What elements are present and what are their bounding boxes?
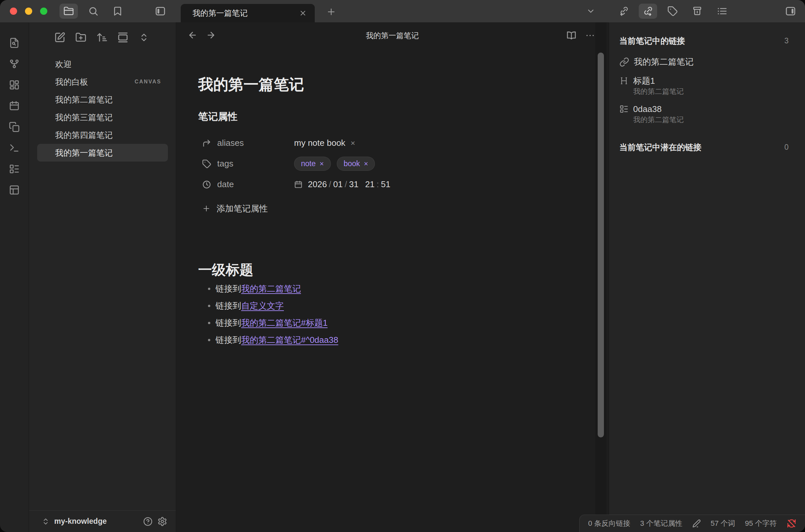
properties-list: aliases my note book × tags note (198, 133, 556, 195)
file-item[interactable]: 我的第四篇笔记 (37, 126, 168, 144)
settings-button[interactable] (157, 517, 167, 527)
outgoing-links-header[interactable]: 当前笔记中的链接 3 (619, 34, 789, 48)
internal-link[interactable]: 自定义文字 (241, 300, 284, 312)
potential-links-header[interactable]: 当前笔记中潜在的链接 0 (619, 140, 789, 154)
file-item[interactable]: 我的第二篇笔记 (37, 91, 168, 108)
date-separator: / (329, 179, 331, 189)
property-key[interactable]: date (198, 179, 294, 189)
files-sidebar-button[interactable] (59, 4, 78, 19)
new-tab-button[interactable] (323, 4, 340, 19)
gallery-vertical-icon (117, 32, 129, 43)
ribbon-daily-note-button[interactable] (4, 95, 25, 116)
toggle-right-sidebar-button[interactable] (781, 4, 800, 19)
card-view-button[interactable] (117, 32, 129, 43)
outline-view-button[interactable] (713, 4, 731, 19)
note-header-title: 我的第一篇笔记 (176, 22, 609, 49)
maximize-window-button[interactable] (40, 7, 47, 15)
more-options-button[interactable] (585, 30, 595, 41)
reading-view-button[interactable] (566, 30, 577, 41)
file-item[interactable]: 我的白板CANVAS (37, 73, 168, 91)
property-value-tags: note × book × (294, 157, 381, 171)
tab-list-button[interactable] (582, 4, 600, 19)
property-row-date: date 2026/01/31 21:51 (198, 174, 556, 195)
close-window-button[interactable] (10, 7, 17, 15)
help-icon (143, 517, 153, 527)
property-value-aliases[interactable]: my note book × (294, 138, 355, 148)
internal-link[interactable]: 我的第二篇笔记#标题1 (241, 317, 327, 329)
minimize-window-button[interactable] (25, 7, 32, 15)
note-content: 我的第一篇笔记 笔记属性 aliases my note book × (176, 49, 609, 349)
folder-plus-icon (75, 32, 87, 43)
terminal-icon (9, 142, 20, 153)
navigate-back-button[interactable] (188, 30, 198, 40)
list-item: 链接到我的第二篇笔记 (198, 281, 556, 298)
properties-count[interactable]: 3 个笔记属性 (640, 518, 682, 528)
tab-note[interactable]: 我的第一篇笔记 (181, 4, 315, 22)
sort-order-button[interactable] (96, 32, 108, 43)
outgoing-links-view-button[interactable] (639, 4, 657, 19)
tab-close-button[interactable] (299, 9, 307, 17)
panel-right-icon (785, 5, 796, 17)
internal-link[interactable]: 我的第二篇笔记 (241, 283, 301, 294)
collapse-expand-button[interactable] (138, 32, 150, 43)
window-controls (10, 0, 47, 22)
file-item[interactable]: 欢迎 (37, 55, 168, 73)
navigate-forward-button[interactable] (206, 30, 216, 40)
new-note-button[interactable] (54, 32, 65, 43)
time-separator: : (377, 179, 379, 189)
property-value-date[interactable]: 2026/01/31 21:51 (294, 179, 390, 189)
ribbon (0, 22, 29, 532)
outgoing-link-item[interactable]: 0daa38 我的第二篇笔记 (619, 102, 789, 124)
bookmarks-button[interactable] (108, 4, 127, 19)
ribbon-quick-switcher-button[interactable] (4, 32, 25, 53)
backlinks-view-button[interactable] (614, 4, 633, 19)
file-item-label: 我的第二篇笔记 (55, 94, 113, 105)
ribbon-canvas-button[interactable] (4, 74, 25, 95)
tag-pill[interactable]: note × (294, 157, 331, 171)
help-button[interactable] (143, 517, 153, 527)
character-count[interactable]: 95 个字符 (745, 518, 777, 528)
remove-tag-button[interactable]: × (364, 159, 368, 168)
list-item: 链接到自定义文字 (198, 298, 556, 315)
outgoing-links-panel: 当前笔记中的链接 3 我的第二篇笔记 标题1 我的第二篇笔记 0daa38 我的… (609, 22, 805, 532)
search-button[interactable] (84, 4, 102, 19)
sort-asc-icon (96, 32, 108, 43)
search-icon (88, 6, 98, 16)
ribbon-command-palette-button[interactable] (4, 137, 25, 158)
scrollbar-thumb[interactable] (598, 53, 604, 437)
ribbon-graph-view-button[interactable] (4, 53, 25, 74)
ribbon-properties-button[interactable] (4, 158, 25, 179)
new-folder-button[interactable] (75, 32, 87, 43)
link-item-context: 我的第二篇笔记 (633, 87, 684, 96)
file-item-active[interactable]: 我的第一篇笔记 (37, 144, 168, 162)
vault-switcher[interactable]: my-knowledge (29, 510, 176, 532)
arrow-left-icon (188, 30, 198, 40)
tag-pill[interactable]: book × (337, 157, 375, 171)
edit-mode-indicator[interactable] (692, 519, 701, 528)
remove-alias-button[interactable]: × (351, 138, 355, 148)
property-key[interactable]: aliases (198, 138, 294, 148)
ribbon-templates-button[interactable] (4, 116, 25, 137)
panel-count-badge: 3 (784, 36, 789, 45)
tags-view-button[interactable] (663, 4, 682, 19)
ribbon-layout-button[interactable] (4, 179, 25, 200)
book-open-icon (566, 30, 577, 41)
graph-icon (9, 58, 20, 69)
bullet-dot (208, 322, 210, 324)
property-key[interactable]: tags (198, 158, 294, 169)
sync-status-button[interactable] (787, 518, 797, 528)
bullet-dot (208, 339, 210, 341)
outgoing-link-item[interactable]: 我的第二篇笔记 (619, 55, 789, 69)
outgoing-link-item[interactable]: 标题1 我的第二篇笔记 (619, 74, 789, 96)
file-item[interactable]: 我的第三篇笔记 (37, 108, 168, 126)
archive-view-button[interactable] (688, 4, 707, 19)
internal-link[interactable]: 我的第二篇笔记#^0daa38 (241, 334, 338, 346)
add-property-button[interactable]: 添加笔记属性 (198, 201, 556, 216)
toggle-left-sidebar-button[interactable] (151, 4, 170, 19)
word-count[interactable]: 57 个词 (711, 518, 735, 528)
ellipsis-icon (585, 30, 595, 41)
remove-tag-button[interactable]: × (320, 159, 324, 168)
file-item-label: 我的第三篇笔记 (55, 112, 113, 123)
list-item: 链接到我的第二篇笔记#标题1 (198, 315, 556, 332)
backlinks-count[interactable]: 0 条反向链接 (588, 518, 630, 528)
